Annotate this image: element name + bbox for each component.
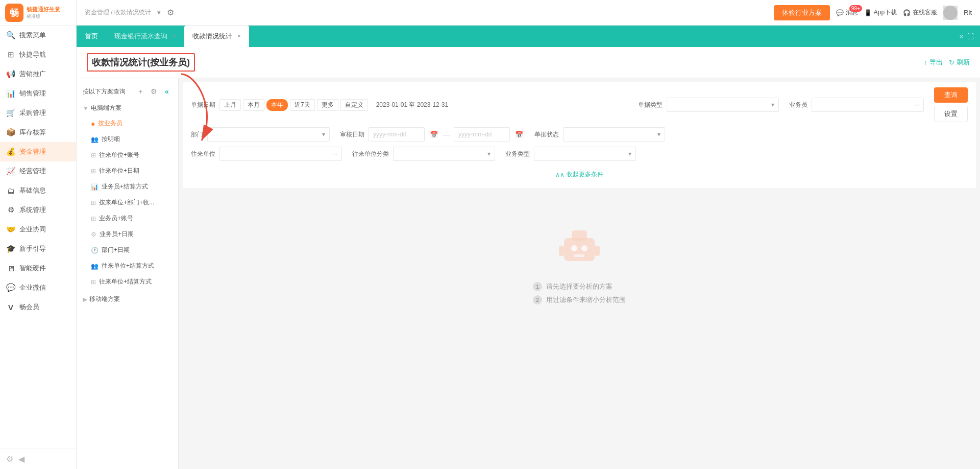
collapse-sidebar-icon[interactable]: ◀ [18, 454, 24, 464]
calendar-from-icon[interactable]: 📅 [430, 131, 438, 138]
sidebar-item-basic[interactable]: 🗂 基础信息 [0, 181, 76, 200]
salesman-select[interactable]: ··· [812, 98, 924, 112]
sidebar-item-marketing[interactable]: 📢 营销推广 [0, 64, 76, 84]
scheme-item-counterpart-date[interactable]: ⊞ 往来单位+日期 [77, 163, 178, 179]
scheme-item-by-salesman[interactable]: ● 按业务员 [77, 115, 178, 131]
sidebar-item-system[interactable]: ⚙ 系统管理 [0, 200, 76, 220]
purchase-icon: 🛒 [6, 108, 15, 118]
scheme-item-counterpart-dept[interactable]: ⊞ 按来单位+部门+收... [77, 195, 178, 210]
sidebar-footer: ⚙ ◀ [0, 449, 76, 469]
export-btn[interactable]: ↑ 导出 [924, 58, 943, 67]
sidebar-item-inventory[interactable]: 📦 库存核算 [0, 123, 76, 142]
scheme-item-counterpart-account[interactable]: ⊞ 往来单位+账号 [77, 147, 178, 163]
empty-tip-1: 1 请先选择要分析的方案 [533, 282, 626, 291]
tab-close-all[interactable]: × [959, 33, 963, 40]
salesman-dots[interactable]: ··· [914, 101, 919, 108]
tab-bank[interactable]: 现金银行流水查询 × [106, 26, 184, 47]
svg-rect-1 [572, 230, 587, 241]
sidebar-item-search[interactable]: 🔍 搜索菜单 [0, 26, 76, 45]
biz-type-arrow: ▾ [628, 150, 631, 157]
tab-home[interactable]: 首页 [77, 26, 106, 47]
page-header: 收款情况统计(按业务员) ↑ 导出 ↻ 刷新 [77, 47, 980, 78]
scheme-item-dept-date[interactable]: 🕐 部门+日期 [77, 242, 178, 258]
filter-counterpart-cat-item: 往来单位分类 ▾ [352, 147, 495, 161]
date-btn-this-month[interactable]: 本月 [243, 99, 264, 111]
sidebar-item-wechat[interactable]: 💬 企业微信 [0, 278, 76, 297]
counterpart-cat-arrow: ▾ [487, 150, 491, 157]
sidebar-item-hardware[interactable]: 🖥 智能硬件 [0, 259, 76, 278]
tab-close-collection[interactable]: × [237, 33, 241, 40]
date-btn-more[interactable]: 更多 [317, 99, 338, 111]
scheme-desktop-group: ▼ 电脑端方案 ● 按业务员 👥 按明细 ⊞ [77, 101, 178, 290]
app-download-btn[interactable]: 📱 App下载 [864, 8, 897, 17]
scheme-item-counterpart-settle1[interactable]: 👥 往来单位+结算方式 [77, 258, 178, 274]
active-scheme-icon: ● [91, 120, 95, 128]
counterpart-cat-select[interactable]: ▾ [393, 147, 495, 161]
message-badge: 99+ [849, 5, 862, 12]
gear-scheme-icon: ⚙ [91, 231, 96, 238]
settings-icon[interactable]: ⚙ [6, 454, 13, 464]
scheme-header: 按以下方案查询 + ⚙ « [77, 82, 178, 101]
sidebar: 畅 畅捷通好生意 标准版 🔍 搜索菜单 ⊞ 快捷导航 📢 营销推广 📊 销售管理 [0, 0, 77, 469]
date-btn-last-month[interactable]: 上月 [219, 99, 241, 111]
online-service-btn[interactable]: 🎧 在线客服 [903, 8, 937, 17]
sidebar-item-guide[interactable]: 🎓 新手引导 [0, 239, 76, 259]
counterpart-dots[interactable]: ··· [332, 150, 337, 157]
svg-point-2 [571, 245, 577, 251]
voucher-status-select[interactable]: ▾ [563, 127, 665, 142]
filter-audit-date-item: 审核日期 yyyy-mm-dd 📅 — yyyy-mm-dd 📅 [340, 127, 524, 142]
table-scheme-icon2: ⊞ [91, 168, 96, 175]
collapse-conditions-btn[interactable]: ∧∧ 收起更多条件 [191, 166, 968, 183]
biz-type-select[interactable]: ▾ [534, 147, 636, 161]
dept-select[interactable]: ▾ [207, 127, 330, 142]
date-btn-this-year[interactable]: 本年 [266, 99, 288, 111]
main-content: 单据日期 上月 本月 本年 近7天 更多 自定义 2023-01-01 至 20… [179, 78, 980, 469]
breadcrumb: 资金管理 / 收款情况统计 [85, 8, 151, 17]
enterprise-icon: 🤝 [6, 225, 15, 234]
sidebar-item-enterprise[interactable]: 🤝 企业协同 [0, 220, 76, 239]
settings-btn[interactable]: 设置 [934, 106, 968, 122]
counterpart-select[interactable]: ··· [219, 147, 342, 161]
refresh-btn[interactable]: ↻ 刷新 [949, 58, 970, 67]
refresh-icon: ↻ [949, 59, 954, 66]
people-scheme-icon: 👥 [91, 263, 99, 270]
voucher-type-select[interactable]: ▾ [667, 98, 779, 112]
avatar[interactable] [943, 6, 958, 20]
audit-date-from[interactable]: yyyy-mm-dd [369, 127, 425, 142]
date-btn-custom[interactable]: 自定义 [340, 99, 368, 111]
scheme-item-by-detail[interactable]: 👥 按明细 [77, 131, 178, 147]
tab-close-bank[interactable]: × [173, 33, 176, 40]
page-header-actions: ↑ 导出 ↻ 刷新 [924, 58, 970, 67]
sidebar-item-quicknav[interactable]: ⊞ 快捷导航 [0, 45, 76, 64]
tab-controls: × ⛶ [953, 33, 980, 40]
scheme-add-btn[interactable]: + [135, 86, 145, 97]
message-btn[interactable]: 💬 消息 99+ [836, 8, 858, 17]
scheme-item-salesman-date[interactable]: ⚙ 业务员+日期 [77, 226, 178, 242]
sidebar-item-finance[interactable]: 💰 资金管理 [0, 142, 76, 161]
detail-scheme-icon: 👥 [91, 136, 99, 143]
topbar-settings-icon[interactable]: ⚙ [167, 8, 174, 17]
scheme-item-salesman-account[interactable]: ⊞ 业务员+账号 [77, 210, 178, 226]
user-name[interactable]: Rit [964, 9, 972, 16]
breadcrumb-dropdown[interactable]: ▾ [157, 9, 161, 16]
tab-expand[interactable]: ⛶ [967, 33, 974, 40]
logo-area: 畅 畅捷通好生意 标准版 [0, 0, 76, 26]
search-icon: 🔍 [6, 31, 15, 40]
scheme-group-desktop-title[interactable]: ▼ 电脑端方案 [77, 101, 178, 115]
calendar-to-icon[interactable]: 📅 [515, 131, 523, 138]
sidebar-item-operation[interactable]: 📈 经营管理 [0, 161, 76, 181]
tab-collection[interactable]: 收款情况统计 × [184, 26, 249, 47]
trial-btn[interactable]: 体验行业方案 [774, 5, 830, 20]
scheme-item-salesman-settle[interactable]: 📊 业务员+结算方式 [77, 179, 178, 195]
query-btn[interactable]: 查询 [934, 87, 968, 103]
sidebar-item-sales[interactable]: 📊 销售管理 [0, 84, 76, 103]
sidebar-item-purchase[interactable]: 🛒 采购管理 [0, 103, 76, 123]
scheme-settings-btn[interactable]: ⚙ [149, 86, 159, 97]
scheme-collapse-btn[interactable]: « [162, 86, 172, 97]
date-btn-7days[interactable]: 近7天 [290, 99, 315, 111]
basic-icon: 🗂 [6, 186, 15, 195]
scheme-item-counterpart-settle2[interactable]: ⊞ 往来单位+结算方式 [77, 274, 178, 290]
scheme-group-mobile-title[interactable]: ▶ 移动端方案 [77, 292, 178, 307]
audit-date-to[interactable]: yyyy-mm-dd [454, 127, 510, 142]
sidebar-item-vip[interactable]: V 畅会员 [0, 297, 76, 317]
